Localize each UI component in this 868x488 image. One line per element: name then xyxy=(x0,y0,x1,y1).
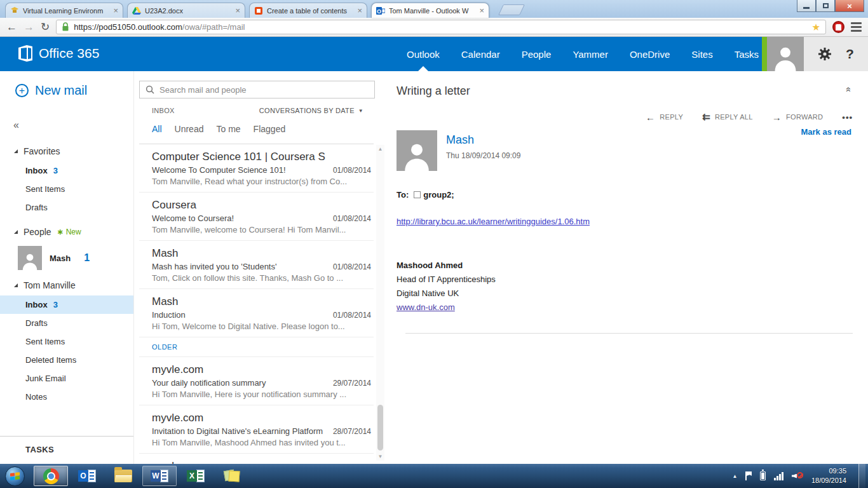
collapse-pane-icon[interactable]: « xyxy=(13,119,133,131)
show-desktop-button[interactable] xyxy=(858,464,865,488)
sidebar-item-fav-sent[interactable]: Sent Items xyxy=(0,180,133,198)
sender-name[interactable]: Mash xyxy=(446,133,520,147)
filter-flagged[interactable]: Flagged xyxy=(254,124,286,134)
sidebar-item-inbox[interactable]: Inbox3 xyxy=(0,295,133,314)
taskbar-clock[interactable]: 09:35 18/09/2014 xyxy=(811,466,846,486)
mark-as-read-link[interactable]: Mark as read xyxy=(801,127,852,137)
signature-website-link[interactable]: www.dn-uk.com xyxy=(397,302,455,312)
mail-item[interactable]: Coursera Welcome to Coursera!01/08/2014 … xyxy=(139,193,374,241)
network-signal-icon[interactable] xyxy=(774,471,783,480)
reply-button[interactable]: ←REPLY xyxy=(646,112,683,123)
message-subject: Writing a letter xyxy=(397,85,868,98)
action-center-flag-icon[interactable] xyxy=(745,471,752,480)
sidebar-item-deleted[interactable]: Deleted Items xyxy=(0,351,133,369)
recipient-name[interactable]: group2; xyxy=(423,190,454,200)
close-button[interactable]: × xyxy=(835,0,864,12)
taskbar-excel-button[interactable]: X xyxy=(179,466,213,486)
address-bar[interactable]: https://pod51050.outlook.com/owa/#path=/… xyxy=(56,20,826,34)
forward-button[interactable]: →FORWARD xyxy=(772,112,824,123)
sidebar-item-junk[interactable]: Junk Email xyxy=(0,369,133,388)
expand-triangle-icon[interactable] xyxy=(14,283,18,287)
list-scrollbar[interactable]: ▲ ▼ xyxy=(376,145,384,461)
taskbar-explorer-button[interactable] xyxy=(106,466,140,486)
nav-onedrive[interactable]: OneDrive xyxy=(630,37,670,71)
scroll-down-icon[interactable]: ▼ xyxy=(376,454,384,459)
forward-icon[interactable]: → xyxy=(24,22,34,32)
search-box[interactable] xyxy=(139,81,375,98)
o365-brand[interactable]: Office 365 xyxy=(18,45,99,62)
expand-triangle-icon[interactable] xyxy=(14,149,18,153)
scrollbar-thumb[interactable] xyxy=(377,405,383,451)
maximize-button[interactable] xyxy=(816,0,835,12)
brand-label: Office 365 xyxy=(39,46,99,61)
mail-item[interactable]: Computer Science 101 | Coursera S Welcom… xyxy=(139,144,374,193)
scroll-up-icon[interactable]: ▲ xyxy=(376,146,384,152)
refresh-icon[interactable]: ↻ xyxy=(41,22,50,32)
sidebar-item-fav-drafts[interactable]: Drafts xyxy=(0,198,133,217)
account-label: Tom Manville xyxy=(24,280,76,290)
people-header[interactable]: People ∗New xyxy=(0,222,133,242)
tab-close-icon[interactable]: × xyxy=(479,6,484,15)
nav-yammer[interactable]: Yammer xyxy=(573,37,608,71)
favorites-header[interactable]: Favorites xyxy=(0,141,133,161)
body-hyperlink[interactable]: http://library.bcu.ac.uk/learner/writing… xyxy=(397,217,590,226)
tab-vle[interactable]: Virtual Learning Environm × xyxy=(5,3,123,18)
adblock-extension-icon[interactable] xyxy=(832,21,844,33)
contact-mash[interactable]: Mash 1 xyxy=(18,246,133,270)
back-icon[interactable]: ← xyxy=(6,22,17,32)
search-input[interactable] xyxy=(159,85,369,95)
reply-all-button[interactable]: ⇇REPLY ALL xyxy=(702,111,753,123)
account-header[interactable]: Tom Manville xyxy=(0,275,133,295)
mail-item[interactable]: Mash Mash has invited you to 'Students'0… xyxy=(139,241,374,289)
expand-triangle-icon[interactable] xyxy=(14,230,18,234)
taskbar-stickynotes-button[interactable] xyxy=(215,466,249,486)
volume-muted-icon[interactable] xyxy=(792,471,803,481)
collapse-reading-icon[interactable]: « xyxy=(844,87,854,92)
nav-outlook[interactable]: Outlook xyxy=(407,37,440,71)
mail-item[interactable]: Mash Induction01/08/2014 Hi Tom, Welcome… xyxy=(139,289,374,337)
new-tab-button[interactable] xyxy=(498,4,525,15)
sidebar-item-fav-inbox[interactable]: Inbox3 xyxy=(0,161,133,180)
tab-office-help[interactable]: Create a table of contents × xyxy=(249,3,367,18)
tasks-section[interactable]: TASKS xyxy=(0,436,133,464)
nav-calendar[interactable]: Calendar xyxy=(461,37,500,71)
sidebar-item-drafts[interactable]: Drafts xyxy=(0,314,133,332)
tab-drive-doc[interactable]: U23A2.docx × xyxy=(127,3,245,18)
filter-unread[interactable]: Unread xyxy=(175,124,204,134)
windows-taskbar: O W X ▲ 09:35 18/09/2014 xyxy=(0,464,868,488)
minimize-button[interactable] xyxy=(797,0,816,12)
tab-close-icon[interactable]: × xyxy=(113,6,118,15)
chrome-menu-icon[interactable] xyxy=(851,22,862,32)
bookmark-star-icon[interactable]: ★ xyxy=(812,22,820,33)
gear-icon[interactable] xyxy=(818,47,832,61)
sidebar-item-sent[interactable]: Sent Items xyxy=(0,332,133,351)
taskbar-chrome-button[interactable] xyxy=(34,466,68,486)
sort-selector[interactable]: CONVERSATIONS BY DATE ▼ xyxy=(259,107,363,114)
user-avatar[interactable] xyxy=(767,37,804,71)
help-icon[interactable]: ? xyxy=(846,46,854,62)
tab-outlook-active[interactable]: O Tom Manville - Outlook W × xyxy=(371,3,489,18)
item-label: Inbox xyxy=(25,300,48,309)
battery-icon[interactable] xyxy=(760,471,766,480)
more-actions-button[interactable]: ••• xyxy=(842,112,853,122)
tab-close-icon[interactable]: × xyxy=(357,6,362,15)
forward-label: FORWARD xyxy=(786,113,823,121)
mail-item[interactable]: myvle.com Your daily notification summar… xyxy=(139,357,374,405)
office-icon xyxy=(254,6,263,15)
mail-item[interactable]: myvle.com Invitation to Digital Native's… xyxy=(139,405,374,454)
sidebar-item-notes[interactable]: Notes xyxy=(0,388,133,406)
nav-people[interactable]: People xyxy=(522,37,552,71)
taskbar-outlook-button[interactable]: O xyxy=(70,466,104,486)
hidden-icons-arrow[interactable]: ▲ xyxy=(733,473,738,479)
taskbar-word-button[interactable]: W xyxy=(142,466,177,486)
start-button[interactable] xyxy=(5,466,25,486)
tab-close-icon[interactable]: × xyxy=(235,6,240,15)
filter-tome[interactable]: To me xyxy=(216,124,240,134)
older-section-header[interactable]: OLDER xyxy=(139,337,374,357)
filter-all[interactable]: All xyxy=(152,124,162,134)
nav-tasks[interactable]: Tasks xyxy=(735,37,759,71)
recipient-checkbox[interactable] xyxy=(414,191,421,198)
new-mail-button[interactable]: + New mail xyxy=(15,83,133,98)
nav-sites[interactable]: Sites xyxy=(691,37,712,71)
mail-item[interactable]: myvle.com Invitation to Digital Native's… xyxy=(139,454,374,464)
